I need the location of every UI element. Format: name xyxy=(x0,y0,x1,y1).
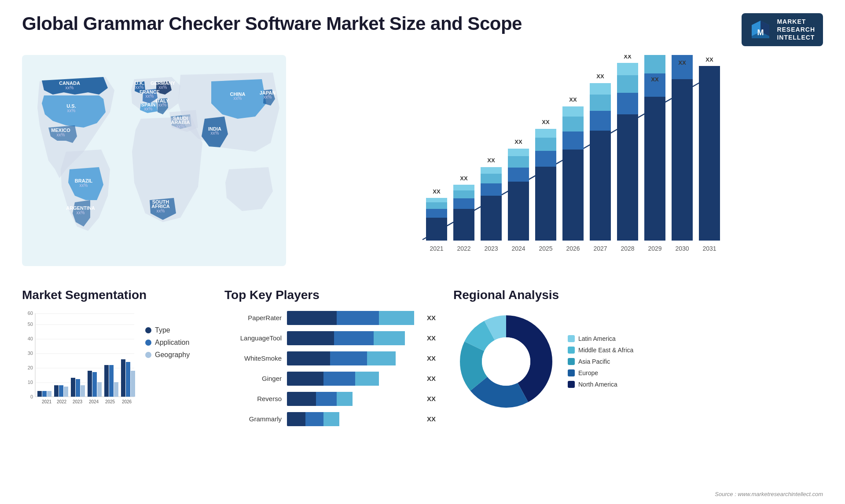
legend-color xyxy=(568,358,575,365)
top-row: CANADA xx% U.S. xx% MEXICO xx% BRAZIL xx… xyxy=(22,55,823,279)
svg-rect-124 xyxy=(81,385,85,397)
svg-text:XX: XX xyxy=(542,119,550,125)
svg-text:xx%: xx% xyxy=(159,85,167,90)
svg-rect-92 xyxy=(644,55,665,73)
svg-rect-57 xyxy=(508,149,529,156)
svg-rect-127 xyxy=(92,372,97,397)
segmentation-section: Market Segmentation 0 10 20 30 40 xyxy=(22,288,207,426)
logo: M MARKET RESEARCH INTELLECT xyxy=(742,13,823,46)
svg-text:2030: 2030 xyxy=(675,245,689,252)
svg-text:XX: XX xyxy=(433,188,441,195)
regional-legend: Latin America Middle East & Africa Asia … xyxy=(568,335,633,388)
svg-text:2026: 2026 xyxy=(122,399,132,404)
player-row-reverso: Reverso XX xyxy=(224,392,436,406)
svg-text:xx%: xx% xyxy=(146,94,154,99)
svg-text:30: 30 xyxy=(28,351,33,356)
bar-seg2 xyxy=(305,412,324,426)
svg-text:xx%: xx% xyxy=(80,183,88,188)
svg-text:2025: 2025 xyxy=(105,399,115,404)
svg-text:XX: XX xyxy=(678,59,686,66)
svg-rect-114 xyxy=(37,391,42,397)
svg-rect-131 xyxy=(109,365,114,397)
svg-rect-61 xyxy=(535,138,556,151)
bar-seg2 xyxy=(337,311,378,325)
logo-icon: M xyxy=(749,18,772,40)
player-bar xyxy=(287,412,418,426)
legend-application-dot xyxy=(145,340,151,346)
player-bar xyxy=(287,311,418,325)
player-row-paperrater: PaperRater XX xyxy=(224,311,436,325)
player-bar xyxy=(287,351,418,365)
svg-text:2022: 2022 xyxy=(57,399,67,404)
legend-geography-dot xyxy=(145,352,151,358)
svg-text:xx%: xx% xyxy=(211,131,219,135)
svg-rect-130 xyxy=(104,365,109,397)
svg-rect-128 xyxy=(97,382,102,397)
svg-text:XX: XX xyxy=(487,157,495,164)
svg-rect-44 xyxy=(453,209,474,241)
svg-rect-69 xyxy=(590,131,611,241)
svg-rect-46 xyxy=(453,190,474,198)
bar-seg3 xyxy=(323,412,339,426)
svg-text:xx%: xx% xyxy=(158,102,167,107)
svg-rect-52 xyxy=(481,167,502,174)
player-row-grammarly: Grammarly XX xyxy=(224,412,436,426)
regional-wrapper: Latin America Middle East & Africa Asia … xyxy=(453,309,823,414)
player-name: LanguageTool xyxy=(224,334,282,342)
svg-rect-75 xyxy=(617,93,638,114)
svg-text:2028: 2028 xyxy=(621,245,634,252)
svg-rect-59 xyxy=(535,167,556,241)
svg-rect-39 xyxy=(426,218,447,241)
donut-svg xyxy=(453,309,559,414)
growth-chart: XX XX XX XX xyxy=(304,55,823,266)
segmentation-title: Market Segmentation xyxy=(22,288,207,302)
reg-legend-europe: Europe xyxy=(568,369,633,376)
regional-section: Regional Analysis xyxy=(453,288,823,426)
svg-rect-70 xyxy=(590,111,611,131)
player-row-languagetool: LanguageTool XX xyxy=(224,331,436,345)
bar-seg3 xyxy=(379,311,414,325)
player-name: Reverso xyxy=(224,395,282,402)
svg-text:2021: 2021 xyxy=(430,245,443,252)
player-name: WhiteSmoke xyxy=(224,354,282,362)
svg-text:2031: 2031 xyxy=(702,245,716,252)
map-section: CANADA xx% U.S. xx% MEXICO xx% BRAZIL xx… xyxy=(22,55,286,266)
svg-rect-95 xyxy=(699,66,720,241)
bar-seg1 xyxy=(287,351,330,365)
seg-chart-wrapper: 0 10 20 30 40 50 60 xyxy=(22,309,207,410)
svg-text:xx%: xx% xyxy=(176,124,185,129)
svg-text:XX: XX xyxy=(624,55,632,60)
svg-rect-118 xyxy=(54,385,59,397)
legend-color xyxy=(568,369,575,376)
svg-rect-123 xyxy=(76,379,80,397)
reg-legend-middle-east: Middle East & Africa xyxy=(568,347,633,354)
player-bar xyxy=(287,331,418,345)
bar-seg1 xyxy=(287,331,334,345)
svg-text:2024: 2024 xyxy=(89,399,99,404)
svg-text:2022: 2022 xyxy=(457,245,470,252)
svg-text:xx%: xx% xyxy=(264,95,272,99)
svg-rect-126 xyxy=(88,371,92,397)
legend-application: Application xyxy=(145,339,190,347)
svg-rect-74 xyxy=(617,114,638,241)
svg-text:2023: 2023 xyxy=(484,245,498,252)
legend-type: Type xyxy=(145,326,190,334)
svg-text:10: 10 xyxy=(28,380,33,385)
svg-text:40: 40 xyxy=(28,336,33,341)
svg-rect-94 xyxy=(672,55,693,79)
svg-rect-71 xyxy=(590,95,611,111)
bar-seg1 xyxy=(287,392,316,406)
svg-text:2024: 2024 xyxy=(511,245,525,252)
players-section: Top Key Players PaperRater XX LanguageTo… xyxy=(224,288,436,426)
svg-rect-115 xyxy=(42,391,47,397)
player-row-whitesmoke: WhiteSmoke XX xyxy=(224,351,436,365)
svg-rect-134 xyxy=(121,359,125,397)
player-bar xyxy=(287,372,418,386)
svg-text:20: 20 xyxy=(28,365,33,370)
growth-chart-svg: XX XX XX XX xyxy=(304,55,823,266)
svg-rect-41 xyxy=(426,202,447,209)
svg-text:2025: 2025 xyxy=(539,245,552,252)
svg-rect-42 xyxy=(426,198,447,202)
bottom-row: Market Segmentation 0 10 20 30 40 xyxy=(22,288,823,426)
svg-rect-60 xyxy=(535,151,556,167)
